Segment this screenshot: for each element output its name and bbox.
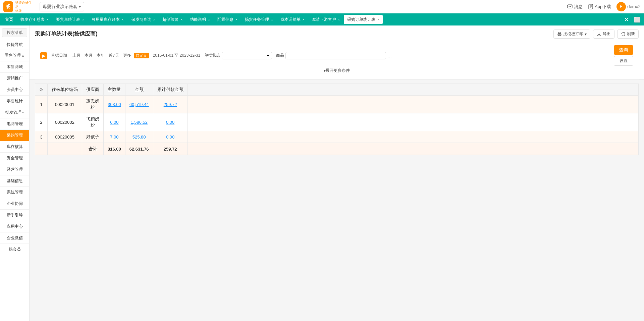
page-title-bar: 采购订单统计表(按供应商) 按模板打印 ▾ 导出 刷新 [35, 30, 639, 39]
sidebar-item-system[interactable]: 系统管理 [0, 187, 29, 198]
sidebar-item-retail-mall[interactable]: 零售商城 [0, 61, 29, 73]
workspace-selector[interactable]: 母婴行业演示账套 ▾ [40, 2, 84, 11]
more-options-btn[interactable]: ... [387, 53, 392, 59]
filter-toggle-btn[interactable]: ▶ [40, 52, 47, 59]
tab-yaohuo[interactable]: 要货单统计表 × [53, 15, 88, 24]
sidebar-item-ops[interactable]: 经营管理 [0, 164, 29, 175]
print-btn[interactable]: 按模板打印 ▾ [553, 30, 590, 39]
sidebar-quick-nav[interactable]: 快捷导航 [0, 40, 29, 50]
sidebar-item-enterprise[interactable]: 企业协同 [0, 198, 29, 210]
tab-pichuorenwu[interactable]: 拣货任务管理 × [241, 15, 276, 24]
row-1-qty[interactable]: 303.00 [104, 96, 125, 113]
refresh-btn[interactable]: 刷新 [617, 30, 639, 39]
tab-yaoqingxiayou[interactable]: 邀请下游客户 × [309, 15, 343, 24]
close-tab-keyongliang[interactable]: × [122, 18, 124, 21]
footer-qty: 316.00 [104, 143, 125, 155]
message-icon [567, 4, 573, 9]
close-tab-yaoqingxiayou[interactable]: × [338, 18, 340, 21]
close-tab-chaochuyujing[interactable]: × [180, 18, 182, 21]
tab-gongneng[interactable]: 功能说明 × [186, 15, 213, 24]
tab-baozhi[interactable]: 保质期查询 × [128, 15, 159, 24]
row-2-name: 飞鹤奶粉 [82, 113, 104, 131]
row-3-qty[interactable]: 7.00 [104, 131, 125, 143]
tab-shoufahu[interactable]: 收发存汇总表 × [17, 15, 52, 24]
footer-empty [35, 143, 48, 155]
sidebar-item-app-center[interactable]: 应用中心 [0, 221, 29, 232]
sidebar-item-wholesale[interactable]: 批发管理 ▾ [0, 107, 29, 118]
row-3-paid[interactable]: 0.00 [153, 131, 187, 143]
print-dropdown-arrow[interactable]: ▾ [585, 32, 587, 37]
footer-paid: 259.72 [153, 143, 187, 155]
row-2-amount[interactable]: 1,586.52 [125, 113, 153, 131]
logo-area: 畅 畅捷通好生意 标版 [3, 1, 33, 13]
export-btn[interactable]: 导出 [593, 30, 614, 39]
sidebar-item-basic-info[interactable]: 基础信息 [0, 175, 29, 187]
sidebar-item-retail-stats[interactable]: 零售统计 [0, 96, 29, 107]
main-layout: 搜索菜单 快捷导航 零售管理 ▲ 零售商城 营销推广 会员中心 零售统计 批发管… [0, 25, 644, 321]
row-3-no: 3 [35, 131, 48, 143]
tab-keyongliang[interactable]: 可用量库存账本 × [88, 15, 127, 24]
column-settings-icon[interactable]: ⚙ [39, 87, 43, 92]
goods-filter-label: 商品 [276, 53, 284, 58]
svg-rect-0 [568, 5, 572, 8]
row-2-paid[interactable]: 0.00 [153, 113, 187, 131]
chevron-down-icon-2: ▾ [22, 111, 24, 114]
sidebar-item-marketing[interactable]: 营销推广 [0, 73, 29, 84]
close-tab-shoufahu[interactable]: × [47, 18, 49, 21]
sidebar-item-ecommerce[interactable]: 电商管理 [0, 118, 29, 130]
maximize-btn[interactable]: ⬜ [632, 16, 643, 23]
sidebar-item-vip[interactable]: 畅会员 [0, 244, 29, 255]
close-tab-yaohuo[interactable]: × [82, 18, 84, 21]
shortcut-this-year[interactable]: 本年 [95, 52, 106, 59]
close-tab-baozhi[interactable]: × [153, 18, 155, 21]
row-1-amount[interactable]: 60,519.44 [125, 96, 153, 113]
sidebar-item-new-guide[interactable]: 新手引导 [0, 210, 29, 221]
row-2-qty[interactable]: 6.00 [104, 113, 125, 131]
sidebar-item-wechat[interactable]: 企业微信 [0, 232, 29, 244]
settings-btn[interactable]: 设置 [614, 56, 633, 66]
tab-home[interactable]: 首页 [2, 15, 16, 24]
status-filter: 单据状态 ▾ [204, 52, 272, 59]
search-menu-btn[interactable]: 搜索菜单 [2, 28, 27, 37]
table-row: 2 00020002 飞鹤奶粉 6.00 1,586.52 0.00 [35, 113, 639, 131]
close-tab-gongneng[interactable]: × [208, 18, 210, 21]
user-avatar-btn[interactable]: E demo2 [616, 2, 641, 11]
shortcut-7days[interactable]: 近7天 [107, 52, 120, 59]
close-tab-btn[interactable]: ✕ [622, 16, 631, 23]
filter-row-1: ▶ 单据日期 上月 本月 本年 近7天 更多 自定义 2016-01-01 至 … [40, 45, 633, 66]
close-tab-pichuorenwu[interactable]: × [271, 18, 273, 21]
app-download-btn[interactable]: App下载 [588, 4, 611, 10]
tab-peizhi[interactable]: 配置信息 × [214, 15, 241, 24]
sidebar-item-purchase[interactable]: 采购管理 [0, 130, 29, 141]
row-3-amount[interactable]: 525.80 [125, 131, 153, 143]
sidebar-item-member[interactable]: 会员中心 [0, 84, 29, 96]
tab-caigou[interactable]: 采购订单统计表 × [344, 15, 383, 24]
sidebar-item-retail-mgmt[interactable]: 零售管理 ▲ [0, 50, 29, 61]
refresh-icon [621, 32, 626, 37]
sidebar-search-area: 搜索菜单 [0, 25, 29, 40]
footer-extra [187, 143, 638, 155]
row-1-paid[interactable]: 259.72 [153, 96, 187, 113]
date-filter-label: 单据日期 [51, 53, 67, 58]
status-select[interactable]: ▾ [222, 52, 272, 59]
shortcut-this-month[interactable]: 本月 [83, 52, 94, 59]
close-tab-caigou[interactable]: × [377, 18, 379, 21]
sidebar-item-inventory[interactable]: 库存核算 [0, 141, 29, 153]
expand-more-btn[interactable]: ▾ 展开更多条件 [40, 66, 633, 75]
content-area: 采购订单统计表(按供应商) 按模板打印 ▾ 导出 刷新 [30, 25, 644, 321]
message-btn[interactable]: 消息 [567, 4, 583, 10]
nav-tabs-bar: 首页 收发存汇总表 × 要货单统计表 × 可用量库存账本 × 保质期查询 × 超… [0, 13, 644, 25]
sidebar-item-finance[interactable]: 资金管理 [0, 153, 29, 164]
custom-date-badge[interactable]: 自定义 [134, 53, 149, 58]
query-btn[interactable]: 查询 [614, 45, 633, 55]
shortcut-last-month[interactable]: 上月 [71, 52, 82, 59]
tab-chengbentiaozhen[interactable]: 成本调整单 × [277, 15, 308, 24]
close-tab-chengbentiaozhen[interactable]: × [303, 18, 305, 21]
goods-input[interactable] [285, 52, 386, 59]
close-tab-peizhi[interactable]: × [235, 18, 237, 21]
shortcut-more[interactable]: 更多 [122, 52, 132, 59]
tab-chaochuyujing[interactable]: 超储预警 × [159, 15, 186, 24]
chevron-down-icon: ▲ [21, 54, 25, 57]
footer-amount: 62,631.76 [125, 143, 153, 155]
row-2-extra [187, 113, 638, 131]
